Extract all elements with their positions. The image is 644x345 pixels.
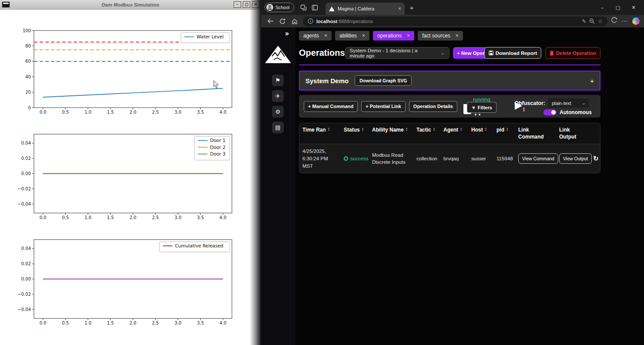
close-icon[interactable]: ×	[456, 33, 459, 38]
plot-area: 0.00.51.01.52.02.53.03.54.0020406080100W…	[0, 10, 261, 345]
dam-window-title: Dam Modbus Simulation	[0, 2, 261, 7]
autonomous-label: Autonomous	[560, 109, 592, 115]
cell-tactic: collection	[413, 144, 440, 173]
cell-time-ran: 4/25/2025,6:30:24 PM MST	[299, 144, 341, 173]
operation-details-button[interactable]: Operation Details	[409, 101, 457, 112]
sort-icon[interactable]: ▲▼	[460, 127, 462, 132]
svg-text:Door 1: Door 1	[210, 138, 225, 143]
back-icon[interactable]	[265, 16, 276, 27]
browser-menu-icon[interactable]: ⋯	[622, 18, 628, 24]
sort-icon[interactable]: ▲▼	[406, 127, 408, 132]
view-output-button[interactable]: View Output	[559, 153, 592, 164]
svg-text:4.0: 4.0	[219, 321, 226, 325]
download-report-button[interactable]: Download Report	[484, 47, 541, 59]
tab-operations[interactable]: operations ×	[373, 31, 414, 41]
svg-text:0.5: 0.5	[62, 215, 69, 220]
settings-gear-icon[interactable]: ⚙	[272, 106, 284, 118]
browser-minimize-button[interactable]: –	[594, 1, 610, 14]
sort-icon[interactable]: ▲▼	[485, 127, 487, 132]
site-info-icon[interactable]	[308, 18, 313, 24]
col-agent[interactable]: Agent▲▼	[440, 123, 468, 144]
favorites-star-icon[interactable]: ☆	[598, 18, 603, 24]
svg-text:0.5: 0.5	[62, 321, 69, 325]
manual-command-button[interactable]: + Manual Command	[304, 101, 358, 112]
svg-text:Cumulative Released: Cumulative Released	[175, 243, 223, 248]
tab-fact-sources[interactable]: fact sources ×	[418, 31, 463, 41]
workspaces-icon[interactable]	[298, 2, 309, 13]
operation-select[interactable]: System Demo - 1 decisions | a minute ago…	[345, 47, 449, 59]
browser-essentials-icon[interactable]	[611, 17, 617, 25]
sidebar-expand-icon[interactable]: »	[285, 30, 289, 37]
svg-text:−0.02: −0.02	[17, 292, 31, 297]
tab-actions-icon[interactable]	[309, 2, 320, 13]
chevron-down-icon: ⌄	[582, 101, 586, 105]
new-tab-button[interactable]: +	[410, 4, 414, 11]
svg-text:2.0: 2.0	[130, 321, 137, 325]
copilot-icon[interactable]	[632, 17, 640, 25]
filters-button[interactable]: ▼ Filters	[467, 102, 496, 113]
svg-text:3.0: 3.0	[174, 215, 181, 220]
col-tactic[interactable]: Tactic▲▼	[413, 123, 440, 144]
relink-refresh-icon[interactable]: ↻	[593, 154, 599, 163]
potential-link-button[interactable]: + Potential Link	[361, 101, 406, 112]
sort-icon[interactable]: ▲▼	[506, 127, 508, 132]
browser-close-button[interactable]: ✕	[626, 1, 641, 14]
view-command-button[interactable]: View Command	[518, 153, 558, 164]
profile-name: School	[275, 5, 289, 10]
caldera-main: agents × abilities × operations × fact s…	[295, 27, 644, 345]
objectives-flag-icon[interactable]: ⚑	[272, 74, 284, 86]
svg-text:Door 3: Door 3	[210, 151, 225, 156]
obfuscator-select[interactable]: plain-text ⌄	[548, 98, 589, 108]
browser-window: School Magma | Caldera × + – ▢ ✕	[261, 0, 644, 345]
minimize-button[interactable]: –	[234, 1, 241, 8]
run-state-cluster: running ▼ Filters	[461, 95, 510, 118]
edit-pen-icon[interactable]: ✎	[582, 18, 586, 24]
filters-dots	[475, 114, 480, 115]
browser-profile-button[interactable]: School	[265, 3, 294, 12]
sort-icon[interactable]: ▲▼	[433, 127, 435, 132]
dam-titlebar[interactable]: Dam Modbus Simulation – ▢ ✕	[0, 0, 261, 10]
open-page-tabs: agents × abilities × operations × fact s…	[299, 31, 644, 41]
url-bar[interactable]: localhost:8888/operations ✎ ☆	[303, 17, 607, 26]
autonomous-toggle[interactable]	[543, 109, 557, 115]
docs-book-icon[interactable]: ▤	[272, 122, 284, 133]
close-icon[interactable]: ×	[362, 33, 365, 38]
cell-pid: 115948	[493, 144, 515, 173]
svg-text:0.5: 0.5	[62, 110, 69, 115]
close-button[interactable]: ✕	[252, 1, 259, 8]
maximize-button[interactable]: ▢	[243, 1, 250, 8]
svg-text:4.0: 4.0	[219, 110, 226, 115]
tab-abilities[interactable]: abilities ×	[335, 31, 369, 41]
zoom-out-icon[interactable]	[589, 18, 595, 24]
refresh-icon[interactable]	[277, 16, 288, 27]
close-icon[interactable]: ×	[407, 33, 410, 38]
col-time-ran[interactable]: Time Ran▲▼	[299, 123, 341, 144]
svg-text:2.0: 2.0	[130, 110, 137, 115]
profile-avatar	[266, 4, 273, 11]
tab-close-icon[interactable]: ×	[398, 6, 401, 11]
col-link-command: Link Command	[515, 123, 556, 144]
close-icon[interactable]: ×	[324, 33, 327, 38]
col-ability-name[interactable]: Ability Name▲▼	[369, 123, 413, 144]
mouse-cursor-icon	[213, 81, 220, 89]
svg-text:3.5: 3.5	[197, 321, 204, 325]
col-pid[interactable]: pid▲▼	[493, 123, 515, 144]
tab-agents[interactable]: agents ×	[299, 31, 332, 41]
browser-maximize-button[interactable]: ▢	[610, 1, 626, 14]
browser-tab-caldera[interactable]: Magma | Caldera ×	[325, 3, 405, 15]
svg-text:4.0: 4.0	[219, 215, 226, 220]
new-operation-button[interactable]: + New Operation	[453, 47, 488, 59]
delete-operation-button[interactable]: Delete Operation	[545, 47, 600, 59]
sort-icon[interactable]: ▲▼	[328, 127, 330, 132]
download-graph-svg-button[interactable]: Download Graph SVG	[355, 75, 412, 86]
svg-text:100: 100	[23, 28, 31, 33]
obfuscator-label: Obfuscator:	[514, 100, 545, 106]
expand-plus-icon[interactable]: +	[590, 77, 594, 85]
sort-icon[interactable]: ▲▼	[362, 127, 364, 132]
col-host[interactable]: Host▲▼	[468, 123, 493, 144]
url-text: localhost:8888/operations	[316, 19, 373, 24]
col-status[interactable]: Status▲▼	[341, 123, 369, 144]
svg-text:2.0: 2.0	[130, 215, 137, 220]
home-icon[interactable]	[289, 16, 300, 27]
plugins-plane-icon[interactable]: ✈	[272, 90, 284, 102]
